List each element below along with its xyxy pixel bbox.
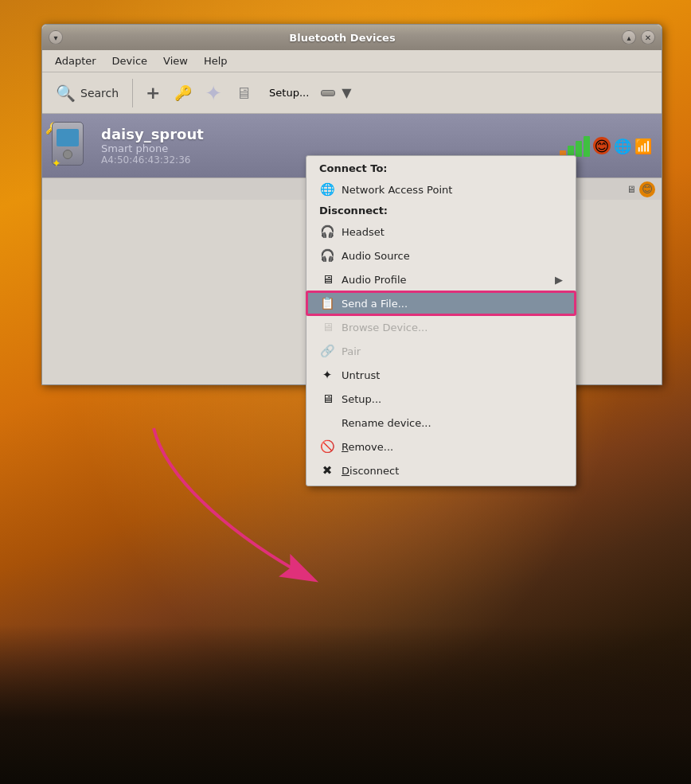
dropdown-button[interactable]: ▼ [342, 85, 351, 100]
ctx-browse-device-label: Browse Device... [342, 322, 427, 333]
search-button[interactable]: 🔍 Search [49, 80, 126, 107]
ctx-network-label: Network Access Point [342, 184, 452, 196]
menu-bar: Adapter Device View Help [42, 50, 662, 72]
send-file-icon: 📋 [319, 295, 335, 311]
search-label: Search [80, 87, 119, 99]
menu-help[interactable]: Help [197, 52, 234, 70]
emoji-status-1: 😊 [593, 137, 611, 154]
ctx-setup-label: Setup... [342, 393, 381, 405]
pair-icon: 🔗 [319, 343, 335, 359]
disconnect-header: Disconnect: [306, 201, 576, 220]
info-button[interactable]: 🖥 [230, 80, 257, 107]
signal-bar-4 [584, 136, 590, 157]
ctx-audio-profile-arrow: ▶ [555, 274, 563, 286]
status-text: 🖥 😊 [627, 181, 655, 197]
tray-icon-2: 😊 [639, 181, 655, 197]
title-bar-left-controls: ▾ [49, 30, 63, 45]
device-icon-container: 🔑 ✦ [52, 122, 93, 170]
ctx-remove-label: RRemove...emove... [342, 441, 393, 453]
add-device-button[interactable]: + [139, 80, 166, 107]
menu-view[interactable]: View [157, 52, 194, 70]
emoji-status-2: 🌐 [614, 137, 631, 154]
toolbar: 🔍 Search + 🔑 ✦ 🖥 Setup... ▼ [42, 72, 662, 114]
ctx-audio-profile-label: Audio Profile [342, 274, 407, 286]
ctx-setup[interactable]: 🖥 Setup... [306, 387, 576, 411]
maximize-title-btn[interactable]: ▴ [622, 30, 636, 45]
minimize-title-btn[interactable]: ▾ [49, 30, 63, 45]
ctx-rename-label: Rename device... [342, 417, 431, 429]
headset-icon: 🎧 [319, 224, 335, 240]
remove-icon: 🚫 [319, 439, 335, 454]
device-name: daisy_sprout [101, 126, 552, 142]
star-button[interactable]: ✦ [200, 80, 227, 107]
device-trusted-star-icon: ✦ [52, 157, 61, 170]
info-icon: 🖥 [236, 84, 252, 103]
add-icon: + [146, 83, 160, 103]
untrust-icon: ✦ [319, 367, 335, 383]
ctx-untrust-label: Untrust [342, 369, 380, 381]
menu-device[interactable]: Device [106, 52, 154, 70]
connect-to-header: Connect To: [306, 159, 576, 177]
ctx-headset[interactable]: 🎧 Headset [306, 220, 576, 244]
ctx-pair-label: Pair [342, 345, 361, 357]
ctx-audio-source-label: Audio Source [342, 250, 410, 262]
ctx-send-file-label: Send a File... [342, 298, 408, 310]
ctx-audio-source[interactable]: 🎧 Audio Source [306, 244, 576, 267]
ctx-rename-device[interactable]: Rename device... [306, 411, 576, 435]
context-menu: Connect To: 🌐 Network Access Point Disco… [306, 155, 576, 486]
ctx-send-file[interactable]: 📋 Send a File... [306, 291, 576, 315]
toolbar-minimize-btn[interactable] [321, 90, 335, 96]
setup-button[interactable]: Setup... [260, 83, 318, 103]
ctx-pair[interactable]: 🔗 Pair [306, 339, 576, 363]
device-status-icons: 😊 🌐 📶 [560, 135, 652, 157]
ctx-network-access-point[interactable]: 🌐 Network Access Point [306, 177, 576, 201]
network-icon: 🌐 [319, 181, 335, 197]
star-icon: ✦ [205, 81, 222, 105]
window-title: Bluetooth Devices [63, 32, 622, 44]
ctx-audio-profile[interactable]: 🖥 Audio Profile ▶ [306, 267, 576, 291]
ctx-remove[interactable]: 🚫 RRemove...emove... [306, 435, 576, 458]
key-button[interactable]: 🔑 [170, 80, 197, 107]
signal-bar-3 [576, 141, 582, 157]
device-type: Smart phone [101, 142, 552, 154]
ctx-disconnect[interactable]: ✖ Disconnect [306, 458, 576, 482]
toolbar-separator-1 [132, 79, 133, 107]
ctx-setup-icon: 🖥 [319, 391, 335, 407]
tray-icon-1: 🖥 [627, 184, 636, 195]
ctx-headset-label: Headset [342, 226, 385, 238]
signal-bars [560, 135, 590, 157]
browse-device-icon: 🖥 [319, 319, 335, 335]
key-icon: 🔑 [174, 84, 192, 101]
title-bar: ▾ Bluetooth Devices ▴ ✕ [42, 25, 662, 50]
audio-source-icon: 🎧 [319, 248, 335, 263]
menu-adapter[interactable]: Adapter [49, 52, 103, 70]
title-bar-right-controls: ▴ ✕ [622, 30, 655, 45]
wifi-status-icon: 📶 [634, 137, 652, 154]
rename-icon [319, 415, 335, 431]
close-title-btn[interactable]: ✕ [641, 30, 655, 45]
disconnect-icon: ✖ [319, 462, 335, 478]
ctx-untrust[interactable]: ✦ Untrust [306, 363, 576, 387]
ctx-disconnect-label: Disconnect [342, 465, 399, 477]
audio-profile-icon: 🖥 [319, 271, 335, 287]
search-icon: 🔍 [56, 84, 76, 103]
setup-label: Setup... [269, 87, 309, 99]
ctx-browse-device[interactable]: 🖥 Browse Device... [306, 315, 576, 339]
